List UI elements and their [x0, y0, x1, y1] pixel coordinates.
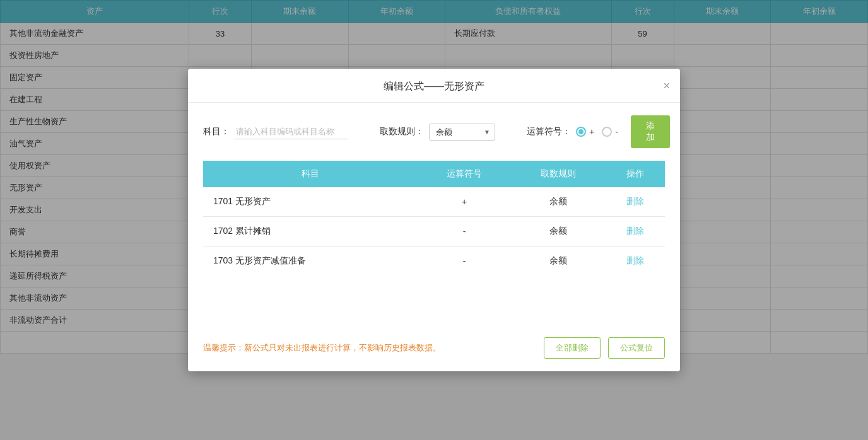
operator-minus-label: - [615, 127, 618, 137]
rule-label: 取数规则： [380, 126, 424, 137]
add-button[interactable]: 添加 [631, 115, 670, 148]
modal-close-button[interactable]: × [663, 80, 670, 91]
col-action: 操作 [606, 161, 665, 187]
formula-table-row: 1703 无形资产减值准备 - 余额 删除 [203, 246, 665, 276]
operator-plus-label: + [589, 127, 594, 137]
delete-row-link[interactable]: 删除 [626, 226, 644, 236]
formula-cell-operator: + [418, 187, 512, 217]
formula-table-row: 1701 无形资产 + 余额 删除 [203, 187, 665, 217]
formula-cell-operator: - [418, 246, 512, 276]
operator-plus-radio[interactable]: + [576, 127, 594, 137]
reset-formula-button[interactable]: 公式复位 [608, 337, 665, 359]
col-subject: 科目 [203, 161, 418, 187]
rule-group: 取数规则： 余额 借方发生额 贷方发生额 ▼ [380, 124, 495, 141]
subject-group: 科目： [203, 124, 348, 139]
formula-cell-action: 删除 [606, 217, 665, 246]
rule-select[interactable]: 余额 借方发生额 贷方发生额 [429, 124, 495, 141]
operator-minus-radio[interactable]: - [602, 127, 618, 137]
delete-all-button[interactable]: 全部删除 [544, 337, 601, 359]
formula-cell-action: 删除 [606, 246, 665, 276]
footer-tip: 温馨提示：新公式只对未出报表进行计算，不影响历史报表数据。 [203, 342, 441, 354]
operator-group: 运算符号： + - [527, 126, 618, 137]
subject-input[interactable] [235, 124, 348, 139]
formula-table: 科目 运算符号 取数规则 操作 1701 无形资产 + 余额 删除 1702 累… [203, 161, 665, 275]
formula-cell-subject: 1703 无形资产减值准备 [203, 246, 418, 276]
modal-overlay: 编辑公式——无形资产 × 科目： 取数规则： 余额 借方发生额 贷方发生额 ▼ [0, 0, 868, 440]
footer-buttons: 全部删除 公式复位 [544, 337, 665, 359]
subject-label: 科目： [203, 126, 230, 137]
radio-minus-icon [602, 127, 612, 137]
formula-cell-subject: 1702 累计摊销 [203, 217, 418, 246]
formula-cell-rule: 余额 [512, 187, 606, 217]
formula-cell-operator: - [418, 217, 512, 246]
operator-radio-group: + - [576, 127, 618, 137]
modal-dialog: 编辑公式——无形资产 × 科目： 取数规则： 余额 借方发生额 贷方发生额 ▼ [188, 69, 680, 371]
formula-cell-rule: 余额 [512, 217, 606, 246]
formula-table-header-row: 科目 运算符号 取数规则 操作 [203, 161, 665, 187]
formula-table-wrap: 科目 运算符号 取数规则 操作 1701 无形资产 + 余额 删除 1702 累… [188, 161, 680, 327]
formula-table-row: 1702 累计摊销 - 余额 删除 [203, 217, 665, 246]
modal-footer: 温馨提示：新公式只对未出报表进行计算，不影响历史报表数据。 全部删除 公式复位 [188, 327, 680, 371]
formula-cell-action: 删除 [606, 187, 665, 217]
delete-row-link[interactable]: 删除 [626, 255, 644, 265]
operator-label: 运算符号： [527, 126, 571, 137]
formula-form-row: 科目： 取数规则： 余额 借方发生额 贷方发生额 ▼ 运算符号： [188, 103, 680, 158]
formula-cell-rule: 余额 [512, 246, 606, 276]
col-operator: 运算符号 [418, 161, 512, 187]
formula-cell-subject: 1701 无形资产 [203, 187, 418, 217]
modal-header: 编辑公式——无形资产 × [188, 69, 680, 103]
col-rule: 取数规则 [512, 161, 606, 187]
modal-title: 编辑公式——无形资产 [384, 80, 484, 93]
radio-plus-icon [576, 127, 586, 137]
rule-select-wrap: 余额 借方发生额 贷方发生额 ▼ [429, 124, 495, 141]
delete-row-link[interactable]: 删除 [626, 196, 644, 206]
